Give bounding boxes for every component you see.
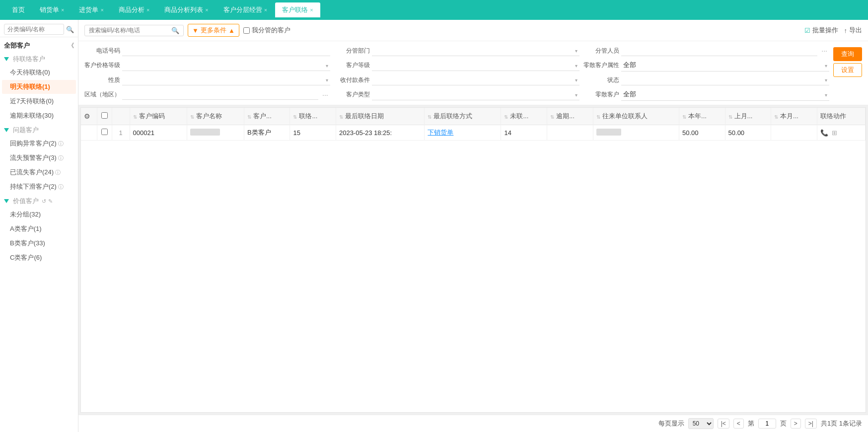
sort-last-date-icon[interactable]	[339, 113, 344, 120]
td-company-contact	[593, 125, 679, 141]
nav-home[interactable]: 首页	[5, 2, 32, 17]
th-name: 客户名称	[187, 108, 244, 125]
last-page-button[interactable]: >|	[805, 419, 817, 429]
nav-item-进货单[interactable]: 进货单 ×	[72, 2, 110, 17]
sidebar-search-icon[interactable]: 🔍	[66, 26, 74, 33]
search-input[interactable]	[89, 27, 169, 34]
sidebar-item-7days[interactable]: 近7天待联络(0)	[2, 94, 76, 108]
export-button[interactable]: ↑ 导出	[844, 26, 863, 35]
nav-item-客户分层经营[interactable]: 客户分层经营 ×	[217, 2, 274, 17]
last-method-link[interactable]: 下销货单	[428, 129, 453, 136]
nav-item-客户联络[interactable]: 客户联络 ×	[275, 2, 320, 17]
customer-grade-label: 客户等级	[334, 61, 370, 70]
all-customers-title[interactable]: 全部客户 《	[0, 37, 78, 52]
sidebar-item-lost[interactable]: 已流失客户(24) ⓘ	[2, 165, 76, 179]
nav-item-销货单[interactable]: 销货单 ×	[33, 2, 71, 17]
sidebar-item-today[interactable]: 今天待联络(0)	[2, 66, 76, 79]
my-customers-checkbox[interactable]	[243, 27, 250, 34]
sidebar-search-input[interactable]	[4, 24, 64, 35]
status-label: 状态	[583, 76, 619, 84]
payment-select[interactable]	[372, 74, 580, 85]
td-last-method: 下销货单	[425, 125, 501, 141]
area-input[interactable]	[122, 89, 318, 100]
sidebar-item-declining[interactable]: 持续下滑客户(2) ⓘ	[2, 180, 76, 194]
sort-contact-icon[interactable]	[293, 113, 298, 120]
action-phone-icon[interactable]: 📞	[820, 129, 828, 137]
sort-this-year-icon[interactable]	[682, 113, 687, 120]
close-客户联络-icon[interactable]: ×	[310, 7, 313, 13]
column-settings-icon[interactable]: ⚙	[84, 112, 90, 120]
area-more-icon[interactable]: ···	[320, 91, 330, 99]
sort-name-icon[interactable]	[190, 113, 195, 120]
first-page-button[interactable]: |<	[718, 419, 729, 429]
sort-category-icon[interactable]	[247, 113, 252, 120]
top-nav: 首页 销货单 × 进货单 × 商品分析 × 商品分析列表 × 客户分层经营 × …	[0, 0, 868, 20]
dept-chevron-icon	[575, 47, 578, 54]
customer-type-select[interactable]	[372, 89, 580, 100]
batch-operation-button[interactable]: ☑ 批量操作	[804, 26, 838, 35]
sort-company-contact-icon[interactable]	[596, 113, 601, 120]
info-icon-abnormal: ⓘ	[58, 141, 64, 146]
filter-dept: 分管部门	[334, 45, 580, 56]
td-last-month: 50.00	[725, 125, 771, 141]
close-进货单-icon[interactable]: ×	[100, 7, 103, 13]
table-row: 1 000021 B类客户 15	[81, 125, 866, 141]
next-page-button[interactable]: >	[791, 419, 801, 429]
manager-more-icon[interactable]: ···	[819, 47, 829, 55]
close-商品分析-icon[interactable]: ×	[146, 7, 149, 13]
td-this-month	[771, 125, 817, 141]
sort-this-month-icon[interactable]	[774, 113, 779, 120]
select-all-checkbox[interactable]	[101, 112, 108, 119]
expand-problem-icon	[4, 128, 9, 132]
sidebar-item-c-class[interactable]: C类客户(6)	[2, 251, 76, 265]
price-grade-select[interactable]	[122, 60, 330, 71]
sidebar-item-overdue[interactable]: 逾期未联络(30)	[2, 109, 76, 123]
prev-page-button[interactable]: <	[733, 419, 744, 429]
row-checkbox[interactable]	[101, 129, 108, 135]
td-num: 1	[112, 125, 130, 141]
edit-icon[interactable]: ✎	[48, 198, 53, 205]
close-客户分层经营-icon[interactable]: ×	[264, 7, 267, 13]
close-销货单-icon[interactable]: ×	[61, 7, 64, 13]
page-size-select[interactable]: 50 100	[688, 418, 714, 429]
retail-attr-select[interactable]: 全部	[621, 59, 829, 72]
sort-last-month-icon[interactable]	[728, 113, 733, 120]
nav-item-商品分析列表[interactable]: 商品分析列表 ×	[157, 2, 215, 17]
query-button[interactable]: 查询	[833, 47, 862, 61]
retail-customer-select[interactable]: 全部	[621, 88, 829, 101]
dept-select[interactable]	[372, 45, 580, 56]
set-button[interactable]: 设置	[833, 63, 862, 77]
status-select[interactable]	[621, 74, 829, 85]
sort-code-icon[interactable]	[133, 113, 138, 120]
filter-area: 区域（地区） ···	[84, 89, 330, 100]
sidebar-item-ungrouped[interactable]: 未分组(32)	[2, 208, 76, 221]
sidebar-item-tomorrow[interactable]: 明天待联络(1)	[2, 80, 76, 94]
page-input[interactable]	[758, 419, 776, 429]
td-name	[187, 125, 244, 141]
phone-input[interactable]	[122, 46, 330, 56]
td-this-year: 50.00	[679, 125, 725, 141]
td-action: 📞 ⊞	[817, 125, 865, 141]
my-customers-toggle[interactable]: 我分管的客户	[243, 26, 290, 35]
customer-grade-select[interactable]	[372, 60, 580, 71]
sort-overdue-icon[interactable]	[550, 113, 555, 120]
th-overdue: 逾期...	[547, 108, 593, 125]
sort-uncontacted-icon[interactable]	[504, 113, 509, 120]
sidebar-item-lostwarning[interactable]: 流失预警客户(3) ⓘ	[2, 151, 76, 165]
th-last-date: 最后联络日期	[336, 108, 424, 125]
manager-input[interactable]	[621, 46, 817, 56]
close-商品分析列表-icon[interactable]: ×	[205, 7, 208, 13]
sort-last-method-icon[interactable]	[428, 113, 433, 120]
sidebar-item-abnormal[interactable]: 回购异常客户(2) ⓘ	[2, 137, 76, 150]
gender-select[interactable]	[122, 74, 330, 85]
sidebar-item-b-class[interactable]: B类客户(33)	[2, 236, 76, 250]
info-icon-lostwarning: ⓘ	[58, 155, 64, 161]
more-filter-button[interactable]: ▼ 更多条件 ▲	[188, 24, 239, 37]
nav-item-商品分析[interactable]: 商品分析 ×	[112, 2, 156, 17]
sidebar-item-a-class[interactable]: A类客户(1)	[2, 222, 76, 236]
action-more-icon[interactable]: ⊞	[832, 129, 837, 137]
sidebar: 🔍 全部客户 《 待联络客户 今天待联络(0) 明天待联络(1) 近7天待联络(…	[0, 20, 78, 432]
search-icon[interactable]: 🔍	[171, 27, 179, 34]
refresh-icon[interactable]: ↺	[42, 198, 46, 205]
retail-attr-label: 零散客户属性	[583, 61, 619, 70]
